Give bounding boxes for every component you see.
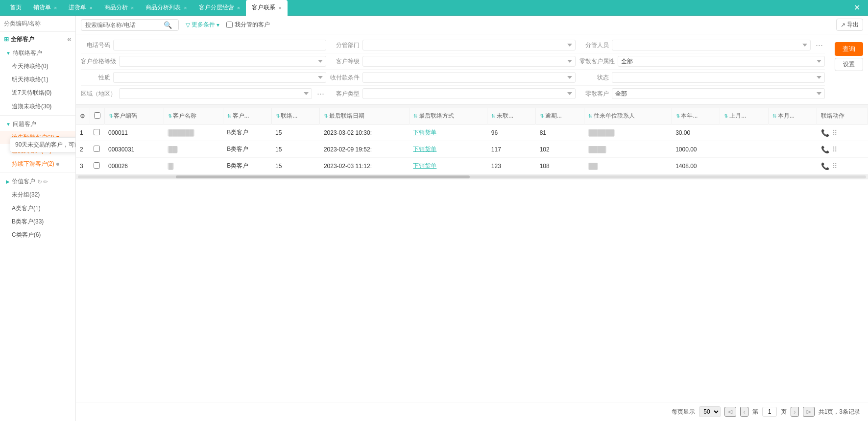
table-footer: 每页显示 50 ⊲ ‹ 第 页 › ⊳ 共1页，3条记录 [76, 402, 868, 421]
th-last-date[interactable]: ⇅ 最后联络日期 [320, 108, 409, 124]
edit-icon[interactable]: ✏ [43, 178, 48, 185]
horizontal-scrollbar[interactable] [76, 174, 868, 179]
cell-last-month [720, 141, 769, 158]
tab-sales-close[interactable]: × [54, 5, 57, 11]
refresh-icon[interactable]: ↻ [37, 178, 42, 185]
contact-icon[interactable]: 📞 [821, 146, 829, 153]
tab-customer-contact[interactable]: 客户联系 × [246, 0, 287, 16]
th-contact[interactable]: ⇅ 联络... [271, 108, 320, 124]
sidebar-item-7days[interactable]: 近7天待联络(0) [0, 86, 75, 99]
sidebar-group-problem[interactable]: ▼ 问题客户 90天未交易的客户，可能有流失风险。 [0, 118, 75, 131]
page-number-input[interactable] [762, 407, 777, 417]
first-page-btn[interactable]: ⊲ [724, 407, 736, 417]
th-last-method[interactable]: ⇅ 最后联络方式 [409, 108, 487, 124]
tab-customer-tier-close[interactable]: × [237, 5, 240, 11]
window-close-button[interactable]: ✕ [850, 3, 864, 12]
filter-row-1: 电话号码 分管部门 分管人员 ··· [81, 37, 825, 53]
cell-code: 000026 [104, 158, 164, 174]
sidebar-divider-1 [0, 115, 75, 116]
tab-purchase[interactable]: 进货单 × [63, 0, 98, 16]
filter-field-retail-attr: 零散客户属性 全部 [579, 56, 825, 67]
tab-customer-contact-close[interactable]: × [278, 5, 281, 11]
contact-icon[interactable]: 📞 [821, 129, 829, 137]
cell-uncontact: 123 [487, 158, 536, 174]
filter-select-price-level[interactable] [119, 56, 326, 67]
th-code[interactable]: ⇅ 客户编码 [104, 108, 164, 124]
sidebar-group-value[interactable]: ▶ 价值客户 ↻ ✏ [0, 175, 75, 188]
cell-method[interactable]: 下销货单 [409, 141, 487, 158]
sidebar-search-input[interactable] [4, 20, 76, 27]
query-button[interactable]: 查询 [835, 42, 863, 56]
select-all-checkbox[interactable] [94, 112, 100, 119]
cell-index: 2 [76, 141, 90, 158]
filter-select-retail-customer[interactable]: 全部 [612, 88, 825, 99]
filter-select-customer-type[interactable] [362, 88, 576, 99]
th-uncontact[interactable]: ⇅ 未联... [487, 108, 536, 124]
filter-row-2: 客户价格等级 客户等级 零散客户属性 全部 [81, 53, 825, 70]
table-row: 1 000011 ██████ B类客户 15 2023-03-02 10:30… [76, 124, 868, 141]
tab-home[interactable]: 首页 [4, 0, 27, 16]
filter-select-dept[interactable] [362, 40, 576, 50]
filter-input-phone[interactable] [113, 40, 326, 50]
export-button[interactable]: ↗ 导出 [836, 19, 863, 31]
sidebar-item-overdue[interactable]: 逾期未联络(30) [0, 100, 75, 113]
tab-analysis-close[interactable]: × [131, 5, 134, 11]
cell-checkbox[interactable] [90, 158, 104, 174]
more-conditions-btn[interactable]: ▽ 更多条件 ▾ [183, 19, 222, 30]
filter-select-person[interactable] [612, 40, 811, 50]
setting-button[interactable]: 设置 [835, 58, 863, 71]
filter-select-region[interactable] [119, 88, 312, 99]
sidebar-item-class-a[interactable]: A类客户(1) [0, 202, 75, 215]
more-actions-icon[interactable]: ⠿ [832, 129, 837, 137]
filter-select-retail-attr[interactable]: 全部 [618, 56, 825, 67]
prev-page-btn[interactable]: ‹ [740, 407, 748, 417]
filter-field-customer-type: 客户类型 [330, 88, 576, 99]
cell-method[interactable]: 下销货单 [409, 124, 487, 141]
sidebar-item-class-b[interactable]: B类客户(33) [0, 215, 75, 228]
tab-purchase-close[interactable]: × [89, 5, 92, 11]
sidebar-item-ungroup[interactable]: 未分组(32) [0, 188, 75, 201]
sidebar-all-customers[interactable]: ⊞ 全部客户 « [0, 32, 75, 47]
contact-icon[interactable]: 📞 [821, 162, 829, 170]
sidebar-group-pending[interactable]: ▼ 待联络客户 [0, 47, 75, 60]
sidebar-item-today[interactable]: 今天待联络(0) [0, 60, 75, 73]
my-customers-checkbox[interactable] [226, 22, 233, 28]
filter-select-customer-level[interactable] [362, 56, 576, 67]
cell-this-month [769, 158, 817, 174]
tab-customer-tier[interactable]: 客户分层经营 × [193, 0, 246, 16]
cell-checkbox[interactable] [90, 141, 104, 158]
cell-checkbox[interactable] [90, 124, 104, 141]
per-page-select[interactable]: 50 [699, 406, 721, 417]
tab-analysis-list-close[interactable]: × [184, 5, 187, 11]
filter-region-more[interactable]: ··· [315, 89, 326, 98]
th-last-month[interactable]: ⇅ 上月... [720, 108, 769, 124]
scroll-thumb[interactable] [176, 175, 470, 178]
more-actions-icon[interactable]: ⠿ [832, 162, 837, 170]
tab-sales[interactable]: 销货单 × [27, 0, 63, 16]
sidebar-item-class-c[interactable]: C类客户(6) [0, 228, 75, 242]
th-this-month[interactable]: ⇅ 本月... [769, 108, 817, 124]
last-page-btn[interactable]: ⊳ [803, 407, 815, 417]
sidebar-item-tomorrow[interactable]: 明天待联络(1) [0, 73, 75, 86]
th-overdue[interactable]: ⇅ 逾期... [536, 108, 584, 124]
tab-analysis[interactable]: 商品分析 × [98, 0, 140, 16]
th-name[interactable]: ⇅ 客户名称 [164, 108, 223, 124]
sidebar-collapse-btn[interactable]: « [67, 35, 72, 44]
next-page-btn[interactable]: › [791, 407, 799, 417]
th-settings[interactable]: ⚙ [76, 108, 90, 124]
filter-label-status: 状态 [579, 74, 609, 82]
th-this-year[interactable]: ⇅ 本年... [672, 108, 720, 124]
filter-select-nature[interactable] [113, 72, 326, 83]
tab-analysis-list[interactable]: 商品分析列表 × [140, 0, 193, 16]
filter-select-payment[interactable] [362, 72, 576, 83]
cell-method[interactable]: 下销货单 [409, 158, 487, 174]
th-person[interactable]: ⇅ 往来单位联系人 [584, 108, 672, 124]
more-actions-icon[interactable]: ⠿ [832, 146, 837, 153]
sidebar-item-declining[interactable]: 持续下滑客户(2) [0, 157, 75, 171]
th-type[interactable]: ⇅ 客户... [223, 108, 271, 124]
search-submit-icon[interactable]: 🔍 [164, 21, 172, 29]
settings-icon[interactable]: ⚙ [80, 113, 85, 120]
search-input[interactable] [85, 22, 164, 28]
filter-person-more[interactable]: ··· [814, 41, 825, 50]
filter-select-status[interactable] [612, 72, 825, 83]
